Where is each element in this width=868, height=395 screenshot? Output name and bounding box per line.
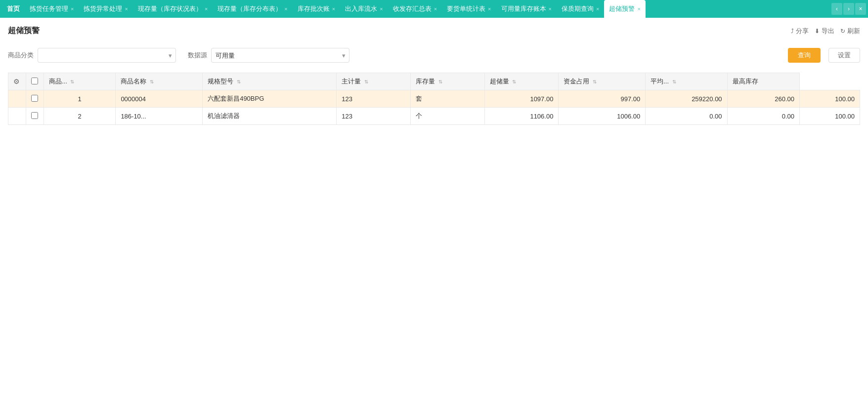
nav-summary[interactable]: 收发存汇总表 × bbox=[388, 0, 442, 18]
table-header: ⚙ 商品... ⇅ 商品名称 ⇅ 规格型号 ⇅ 主计量 bbox=[8, 73, 860, 90]
settings-button[interactable]: 设置 bbox=[828, 48, 860, 63]
sort-unit-icon: ⇅ bbox=[364, 79, 368, 84]
td-capital: 0.00 bbox=[646, 108, 727, 125]
refresh-button[interactable]: ↻ 刷新 bbox=[840, 27, 860, 36]
close-summary-icon[interactable]: × bbox=[434, 6, 437, 12]
close-flow-icon[interactable]: × bbox=[380, 6, 383, 12]
share-button[interactable]: ⤴ 分享 bbox=[791, 27, 809, 36]
row-checkbox[interactable] bbox=[31, 95, 38, 102]
nav-batch[interactable]: 库存批次账 × bbox=[293, 0, 340, 18]
gear-icon[interactable]: ⚙ bbox=[13, 78, 20, 85]
close-stock-status-icon[interactable]: × bbox=[205, 6, 208, 12]
th-max-stock-label: 最高库存 bbox=[733, 78, 758, 85]
th-capital-label: 资金占用 bbox=[564, 78, 589, 85]
th-product-name[interactable]: 商品名称 ⇅ bbox=[116, 73, 203, 90]
nav-exception[interactable]: 拣货异常处理 × bbox=[79, 0, 132, 18]
nav-task-mgmt[interactable]: 拣货任务管理 × bbox=[25, 0, 79, 18]
td-checkbox[interactable] bbox=[26, 108, 44, 125]
table-row: 10000004六配套新昌490BPG123套1097.00997.002592… bbox=[8, 90, 860, 108]
sort-stock-qty-icon: ⇅ bbox=[438, 79, 442, 84]
close-task-mgmt-icon[interactable]: × bbox=[71, 6, 74, 12]
nav-order-stats[interactable]: 要货单统计表 × bbox=[442, 0, 496, 18]
nav-overstock[interactable]: 超储预警 × bbox=[604, 0, 645, 18]
header-actions: ⤴ 分享 ⬇ 导出 ↻ 刷新 bbox=[791, 27, 860, 36]
nav-next-button[interactable]: › bbox=[843, 3, 854, 15]
th-checkbox[interactable] bbox=[26, 73, 44, 90]
th-capital[interactable]: 资金占用 ⇅ bbox=[559, 73, 646, 90]
th-avg[interactable]: 平均... ⇅ bbox=[646, 73, 727, 90]
nav-arrows: ‹ › × bbox=[831, 3, 866, 15]
close-batch-icon[interactable]: × bbox=[332, 6, 335, 12]
nav-stock-dist-label: 现存量（库存分布表） bbox=[217, 4, 282, 13]
th-product-code-label: 商品... bbox=[49, 78, 67, 85]
td-overstock-qty: 997.00 bbox=[559, 90, 646, 108]
td-unit: 个 bbox=[411, 108, 485, 125]
nav-stock-status-label: 现存量（库存状况表） bbox=[138, 4, 202, 13]
table-row: 2186-10...机油滤清器123个1106.001006.000.000.0… bbox=[8, 108, 860, 125]
th-settings[interactable]: ⚙ bbox=[8, 73, 26, 90]
td-settings[interactable] bbox=[8, 108, 26, 125]
close-stock-dist-icon[interactable]: × bbox=[284, 6, 287, 12]
td-checkbox[interactable] bbox=[26, 90, 44, 108]
td-product-name: 机油滤清器 bbox=[203, 108, 337, 125]
table-body: 10000004六配套新昌490BPG123套1097.00997.002592… bbox=[8, 90, 860, 125]
nav-close-all-button[interactable]: × bbox=[855, 3, 866, 15]
export-icon: ⬇ bbox=[815, 28, 820, 35]
td-spec: 123 bbox=[337, 108, 411, 125]
nav-summary-label: 收发存汇总表 bbox=[393, 4, 432, 13]
td-overstock-qty: 1006.00 bbox=[559, 108, 646, 125]
close-exception-icon[interactable]: × bbox=[125, 6, 128, 12]
nav-stock-dist[interactable]: 现存量（库存分布表） × bbox=[213, 0, 292, 18]
query-button[interactable]: 查询 bbox=[788, 48, 821, 63]
sort-capital-icon: ⇅ bbox=[593, 79, 597, 84]
nav-expiry[interactable]: 保质期查询 × bbox=[557, 0, 604, 18]
th-max-stock[interactable]: 最高库存 bbox=[727, 73, 799, 90]
td-settings[interactable] bbox=[8, 90, 26, 108]
nav-task-mgmt-label: 拣货任务管理 bbox=[30, 4, 68, 13]
nav-avail[interactable]: 可用量库存账本 × bbox=[496, 0, 557, 18]
close-expiry-icon[interactable]: × bbox=[596, 6, 599, 12]
nav-avail-label: 可用量库存账本 bbox=[501, 4, 546, 13]
close-overstock-icon[interactable]: × bbox=[637, 6, 640, 12]
datasource-select-wrapper: 可用量 bbox=[211, 48, 349, 63]
nav-stock-status[interactable]: 现存量（库存状况表） × bbox=[133, 0, 213, 18]
th-spec-label: 规格型号 bbox=[208, 78, 233, 85]
td-capital: 259220.00 bbox=[646, 90, 727, 108]
action-buttons: 查询 设置 bbox=[788, 48, 860, 63]
nav-prev-button[interactable]: ‹ bbox=[831, 3, 842, 15]
datasource-select[interactable]: 可用量 bbox=[211, 48, 349, 63]
td-unit: 套 bbox=[411, 90, 485, 108]
filter-row: 商品分类 数据源 可用量 查询 设置 bbox=[8, 44, 860, 67]
th-unit-label: 主计量 bbox=[342, 78, 361, 85]
export-button[interactable]: ⬇ 导出 bbox=[815, 27, 834, 36]
share-label: 分享 bbox=[796, 27, 809, 36]
td-stock-qty: 1106.00 bbox=[484, 108, 559, 125]
category-select[interactable] bbox=[38, 48, 176, 63]
nav-flow[interactable]: 出入库流水 × bbox=[340, 0, 388, 18]
datasource-label: 数据源 bbox=[188, 51, 207, 60]
td-stock-qty: 1097.00 bbox=[484, 90, 559, 108]
th-product-code[interactable]: 商品... ⇅ bbox=[44, 73, 116, 90]
select-all-checkbox[interactable] bbox=[31, 78, 38, 84]
nav-exception-label: 拣货异常处理 bbox=[84, 4, 122, 13]
page-content: 超储预警 ⤴ 分享 ⬇ 导出 ↻ 刷新 商品分类 bbox=[0, 18, 868, 395]
refresh-icon: ↻ bbox=[840, 28, 845, 35]
row-checkbox[interactable] bbox=[31, 112, 38, 119]
sort-overstock-qty-icon: ⇅ bbox=[512, 79, 516, 84]
th-unit[interactable]: 主计量 ⇅ bbox=[337, 73, 411, 90]
close-order-stats-icon[interactable]: × bbox=[488, 6, 491, 12]
sort-product-code-icon: ⇅ bbox=[70, 79, 74, 84]
nav-order-stats-label: 要货单统计表 bbox=[447, 4, 485, 13]
page-header: 超储预警 ⤴ 分享 ⬇ 导出 ↻ 刷新 bbox=[8, 26, 860, 36]
top-nav: 首页 拣货任务管理 × 拣货异常处理 × 现存量（库存状况表） × 现存量（库存… bbox=[0, 0, 868, 18]
th-overstock-qty[interactable]: 超储量 ⇅ bbox=[484, 73, 559, 90]
th-stock-qty[interactable]: 库存量 ⇅ bbox=[411, 73, 485, 90]
category-label: 商品分类 bbox=[8, 51, 34, 60]
td-num: 2 bbox=[44, 108, 116, 125]
nav-home[interactable]: 首页 bbox=[2, 0, 25, 18]
th-spec[interactable]: 规格型号 ⇅ bbox=[203, 73, 337, 90]
close-avail-icon[interactable]: × bbox=[549, 6, 552, 12]
nav-flow-label: 出入库流水 bbox=[345, 4, 377, 13]
export-label: 导出 bbox=[822, 27, 834, 36]
nav-overstock-label: 超储预警 bbox=[609, 4, 635, 13]
